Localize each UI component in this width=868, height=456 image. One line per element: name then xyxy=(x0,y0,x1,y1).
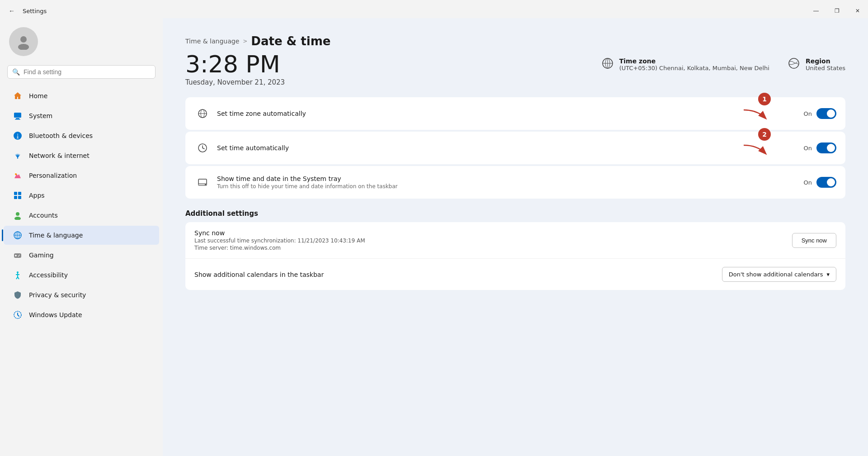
annotation-circle-2: 2 xyxy=(758,128,771,141)
clock-date: Tuesday, November 21, 2023 xyxy=(185,78,285,86)
svg-point-22 xyxy=(19,255,20,256)
svg-rect-4 xyxy=(15,119,20,120)
svg-rect-3 xyxy=(16,118,19,119)
sidebar-item-windows-update[interactable]: Windows Update xyxy=(4,305,159,324)
annotation-arrow-1 xyxy=(735,105,771,124)
svg-point-34 xyxy=(789,58,799,68)
minimize-button[interactable]: — xyxy=(806,4,826,18)
sidebar-item-label-accessibility: Accessibility xyxy=(29,271,68,279)
sidebar-item-accessibility[interactable]: Accessibility xyxy=(4,266,159,285)
close-button[interactable]: ✕ xyxy=(847,4,868,18)
home-icon xyxy=(13,91,23,101)
svg-point-23 xyxy=(18,256,19,256)
svg-point-7 xyxy=(17,157,18,158)
calendar-dropdown-value: Don't show additional calendars xyxy=(729,271,823,278)
sidebar-item-apps[interactable]: Apps xyxy=(4,186,159,205)
svg-point-8 xyxy=(15,173,17,175)
region-value: United States xyxy=(806,65,845,71)
sync-now-button[interactable]: Sync now xyxy=(792,233,836,248)
breadcrumb: Time & language > Date & time xyxy=(185,34,845,48)
gaming-icon xyxy=(13,250,23,260)
timezone-toggle-state: On xyxy=(804,110,812,117)
timezone-value: (UTC+05:30) Chennai, Kolkata, Mumbai, Ne… xyxy=(619,65,769,71)
sidebar-item-label-home: Home xyxy=(29,92,47,100)
toggle-row-tray: Show time and date in the System tray Tu… xyxy=(185,166,845,199)
tray-toggle-label: Show time and date in the System tray xyxy=(217,175,795,182)
sidebar-item-network[interactable]: Network & internet xyxy=(4,146,159,165)
svg-point-1 xyxy=(18,44,29,50)
timezone-icon xyxy=(601,57,614,72)
breadcrumb-separator: > xyxy=(243,38,247,44)
svg-point-24 xyxy=(17,271,19,273)
toggle-card-3: Show time and date in the System tray Tu… xyxy=(185,166,845,199)
sidebar-item-gaming[interactable]: Gaming xyxy=(4,246,159,265)
clock-time: 3:28 PM xyxy=(185,52,285,77)
sidebar: 🔍 Home System xyxy=(0,18,163,456)
sidebar-item-personalization[interactable]: Personalization xyxy=(4,166,159,185)
sidebar-item-time-language[interactable]: Time & language xyxy=(4,226,159,245)
region-icon xyxy=(788,57,800,72)
sync-last: Last successful time synchronization: 11… xyxy=(194,238,792,244)
sidebar-item-label-bluetooth: Bluetooth & devices xyxy=(29,132,93,139)
window-controls: — ❐ ✕ xyxy=(806,4,868,18)
svg-point-14 xyxy=(14,217,21,220)
sidebar-item-label-apps: Apps xyxy=(29,192,45,199)
annotation-arrow-2 xyxy=(735,141,771,159)
svg-rect-12 xyxy=(18,196,21,199)
system-icon xyxy=(13,111,23,121)
region-label: Region xyxy=(806,57,845,65)
svg-line-28 xyxy=(18,277,19,279)
calendar-dropdown[interactable]: Don't show additional calendars ▾ xyxy=(722,267,836,282)
time-toggle[interactable] xyxy=(816,142,836,153)
tray-toggle[interactable] xyxy=(816,177,836,188)
svg-rect-45 xyxy=(205,184,206,185)
avatar xyxy=(9,27,38,56)
page-title: Date & time xyxy=(251,34,330,48)
search-box[interactable]: 🔍 xyxy=(7,65,156,79)
accounts-icon xyxy=(13,210,23,220)
svg-rect-10 xyxy=(18,192,21,195)
search-icon: 🔍 xyxy=(12,68,20,76)
tray-toggle-state: On xyxy=(804,179,812,186)
time-row-icon xyxy=(194,140,211,156)
titlebar: ← Settings — ❐ ✕ xyxy=(0,0,868,18)
sidebar-item-home[interactable]: Home xyxy=(4,86,159,105)
annotation-2-group: 2 xyxy=(735,128,771,159)
app-title: Settings xyxy=(23,8,47,14)
sidebar-item-label-accounts: Accounts xyxy=(29,212,58,219)
sidebar-item-label-system: System xyxy=(29,112,52,119)
annotation-1-group: 1 xyxy=(735,93,771,124)
calendar-label: Show additional calendars in the taskbar xyxy=(194,271,722,278)
sidebar-item-accounts[interactable]: Accounts xyxy=(4,206,159,225)
time-toggle-state: On xyxy=(804,145,812,152)
personalization-icon xyxy=(13,171,23,180)
search-input[interactable] xyxy=(24,68,151,76)
svg-rect-9 xyxy=(14,192,17,195)
svg-point-13 xyxy=(16,212,19,216)
timezone-toggle[interactable] xyxy=(816,108,836,119)
calendar-row: Show additional calendars in the taskbar… xyxy=(185,258,845,290)
avatar-section xyxy=(0,18,163,61)
windows-update-icon xyxy=(13,310,23,320)
timezone-toggle-label: Set time zone automatically xyxy=(217,110,795,117)
sidebar-item-privacy[interactable]: Privacy & security xyxy=(4,285,159,304)
sidebar-item-label-gaming: Gaming xyxy=(29,252,54,259)
sidebar-item-bluetooth[interactable]: ⭳ Bluetooth & devices xyxy=(4,126,159,145)
region-info: Region United States xyxy=(788,57,845,72)
additional-settings-label: Additional settings xyxy=(185,209,845,218)
svg-text:⭳: ⭳ xyxy=(15,133,21,139)
time-toggle-label: Set time automatically xyxy=(217,144,795,152)
back-button[interactable]: ← xyxy=(5,5,18,17)
svg-rect-2 xyxy=(14,113,21,118)
maximize-button[interactable]: ❐ xyxy=(826,4,847,18)
sidebar-item-label-personalization: Personalization xyxy=(29,172,77,179)
additional-settings-card: Sync now Last successful time synchroniz… xyxy=(185,222,845,290)
sidebar-item-system[interactable]: System xyxy=(4,106,159,125)
svg-point-0 xyxy=(20,36,27,43)
privacy-icon xyxy=(13,290,23,300)
tray-toggle-sublabel: Turn this off to hide your time and date… xyxy=(217,183,795,190)
tray-row-icon xyxy=(194,174,211,190)
sidebar-item-label-network: Network & internet xyxy=(29,152,90,159)
breadcrumb-parent[interactable]: Time & language xyxy=(185,38,239,45)
svg-rect-21 xyxy=(15,255,17,256)
